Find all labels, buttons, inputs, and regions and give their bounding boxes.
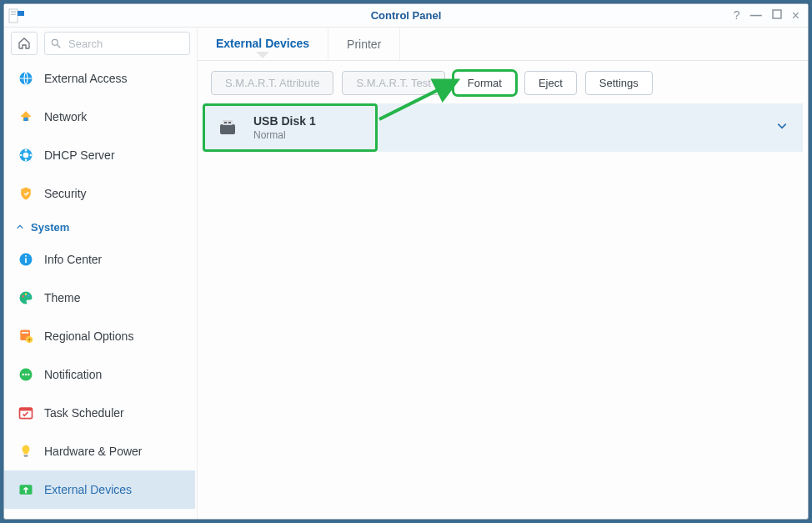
regional-icon [18, 328, 34, 344]
svg-point-6 [52, 39, 58, 45]
search-field [44, 32, 190, 55]
toolbar: S.M.A.R.T. Attribute S.M.A.R.T. Test For… [198, 61, 808, 103]
palette-icon [18, 289, 34, 306]
sidebar-item-dhcp-server[interactable]: DHCP Server [4, 136, 195, 174]
device-row[interactable]: USB Disk 1 Normal [203, 103, 803, 152]
sidebar-section-system[interactable]: System [4, 213, 195, 240]
usb-drive-icon [218, 118, 240, 138]
svg-rect-2 [11, 11, 16, 12]
svg-rect-5 [773, 10, 781, 18]
sidebar-item-theme[interactable]: Theme [4, 279, 195, 317]
sidebar-item-regional-options[interactable]: Regional Options [4, 317, 195, 355]
svg-rect-37 [228, 122, 231, 123]
main-area: External Access Network DHCP Server [4, 28, 808, 519]
sidebar-item-external-devices[interactable]: External Devices [4, 470, 195, 509]
settings-button[interactable]: Settings [585, 71, 653, 95]
svg-rect-36 [224, 122, 227, 123]
svg-line-7 [58, 45, 61, 48]
sidebar-item-label: Info Center [44, 253, 102, 266]
minimize-icon[interactable]: — [750, 8, 762, 23]
svg-rect-31 [24, 455, 28, 457]
sidebar-item-label: DHCP Server [44, 148, 115, 162]
search-icon [50, 38, 62, 49]
external-devices-icon [18, 481, 34, 498]
close-icon[interactable]: × [792, 8, 799, 23]
sidebar: External Access Network DHCP Server [4, 28, 198, 519]
svg-point-21 [28, 294, 30, 297]
svg-point-14 [20, 154, 23, 157]
svg-point-15 [25, 159, 28, 162]
svg-point-12 [25, 149, 28, 152]
svg-point-28 [28, 374, 30, 376]
calendar-icon [18, 405, 34, 421]
sidebar-item-notification[interactable]: Notification [4, 355, 195, 394]
help-icon[interactable]: ? [734, 8, 740, 23]
svg-point-13 [30, 154, 33, 157]
window-controls: ? — × [734, 8, 808, 23]
tab-printer[interactable]: Printer [328, 28, 400, 60]
sidebar-item-info-center[interactable]: Info Center [4, 240, 195, 279]
chevron-up-icon [16, 221, 24, 234]
svg-rect-9 [24, 118, 28, 121]
globe-icon [18, 70, 34, 87]
sidebar-topbar [4, 28, 197, 59]
chevron-down-icon[interactable] [776, 120, 788, 135]
app-icon [7, 7, 27, 25]
sidebar-item-label: Hardware & Power [44, 445, 143, 458]
svg-rect-18 [25, 255, 27, 257]
svg-rect-17 [25, 258, 27, 263]
sidebar-item-label: Theme [44, 291, 81, 304]
titlebar: Control Panel ? — × [4, 4, 808, 28]
dhcp-icon [18, 147, 34, 163]
device-row-highlighted: USB Disk 1 Normal [203, 103, 378, 152]
shield-icon [18, 185, 34, 202]
format-button[interactable]: Format [454, 71, 516, 95]
sidebar-item-label: Network [44, 110, 87, 123]
device-name: USB Disk 1 [253, 114, 316, 128]
home-button[interactable] [11, 32, 38, 55]
content-pane: External Devices Printer S.M.A.R.T. Attr… [198, 28, 808, 519]
svg-rect-23 [22, 332, 28, 334]
bulb-icon [18, 443, 34, 460]
sidebar-item-label: Regional Options [44, 329, 133, 343]
sidebar-item-hardware-power[interactable]: Hardware & Power [4, 432, 195, 470]
sidebar-item-security[interactable]: Security [4, 174, 195, 213]
svg-rect-4 [11, 14, 16, 15]
sidebar-item-label: Task Scheduler [44, 406, 124, 420]
notification-icon [18, 366, 34, 383]
device-row-tail [378, 103, 803, 152]
svg-rect-3 [11, 13, 16, 13]
tabs: External Devices Printer [198, 28, 808, 61]
device-status: Normal [253, 129, 316, 141]
sidebar-item-label: External Devices [44, 483, 132, 496]
network-icon [18, 108, 34, 125]
sidebar-item-external-access[interactable]: External Access [4, 59, 195, 98]
svg-rect-30 [20, 408, 33, 410]
svg-point-26 [22, 374, 24, 376]
section-label: System [31, 221, 69, 234]
svg-rect-34 [220, 124, 235, 134]
maximize-icon[interactable] [772, 8, 782, 23]
sidebar-item-label: External Access [44, 72, 128, 85]
sidebar-item-label: Notification [44, 368, 102, 381]
svg-point-27 [25, 374, 28, 376]
svg-rect-35 [223, 120, 233, 125]
svg-point-11 [23, 153, 29, 158]
tab-label: External Devices [216, 37, 309, 50]
svg-point-19 [22, 295, 24, 298]
tab-external-devices[interactable]: External Devices [198, 28, 328, 60]
svg-rect-1 [18, 11, 24, 16]
sidebar-item-task-scheduler[interactable]: Task Scheduler [4, 394, 195, 432]
window-title: Control Panel [4, 9, 808, 22]
tab-label: Printer [347, 38, 381, 51]
info-icon [18, 251, 34, 268]
sidebar-item-label: Security [44, 187, 87, 200]
smart-attribute-button[interactable]: S.M.A.R.T. Attribute [211, 71, 333, 95]
sidebar-item-network[interactable]: Network [4, 98, 195, 136]
search-input[interactable] [44, 32, 190, 55]
sidebar-scroll[interactable]: External Access Network DHCP Server [4, 59, 197, 519]
svg-point-20 [25, 294, 28, 296]
eject-button[interactable]: Eject [524, 71, 577, 95]
control-panel-window: Control Panel ? — × [3, 3, 809, 520]
smart-test-button[interactable]: S.M.A.R.T. Test [342, 71, 444, 95]
